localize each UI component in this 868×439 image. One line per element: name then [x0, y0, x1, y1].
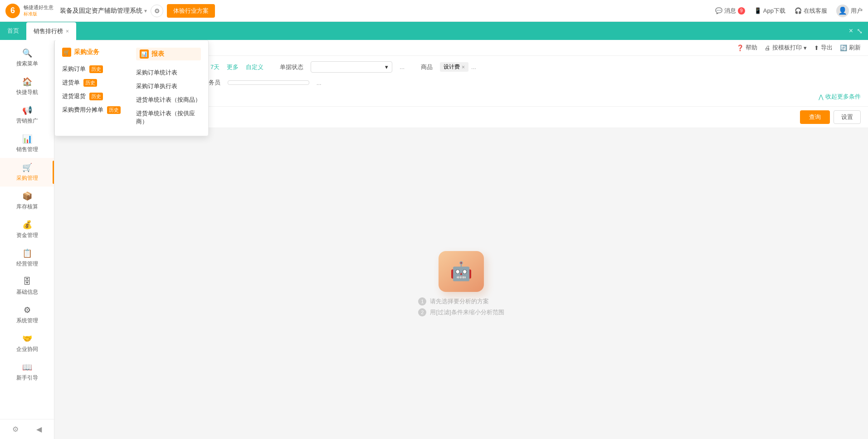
hint-num-2: 2 [418, 308, 426, 316]
query-button[interactable]: 查询 [800, 110, 830, 124]
app-download-label: App下载 [763, 7, 785, 15]
goods-more-dots[interactable]: ... [471, 64, 476, 70]
system-settings-button[interactable]: ⚙ [151, 5, 163, 17]
industry-button[interactable]: 体验行业方案 [167, 4, 215, 18]
history-badge-purchase-expense: 历史 [107, 106, 121, 114]
help-button[interactable]: ❓ 帮助 [736, 44, 757, 52]
goods-tag-text: 设计费 [444, 63, 460, 71]
newbie-icon: 📖 [22, 362, 32, 372]
dropdown-item-goods-return[interactable]: 进货退货 历史 [62, 89, 127, 103]
sidebar-item-purchase-mgmt[interactable]: 🛒 采购管理 [0, 158, 54, 187]
collapse-more-button[interactable]: ⋀ 收起更多条件 [819, 93, 861, 101]
dropdown-sections: 🛒 采购业务 采购订单 历史 进货单 历史 进货退货 历史 [62, 48, 201, 128]
salesperson-more-dots[interactable]: ... [317, 79, 322, 86]
sidebar-item-quick-nav-label: 快捷导航 [16, 89, 38, 96]
search-menu-icon: 🔍 [22, 48, 32, 58]
tab-sales-rank-close[interactable]: × [66, 28, 69, 35]
marketing-icon: 📢 [22, 105, 32, 115]
goods-label: 商品 [421, 63, 433, 71]
sidebar-collapse-button[interactable]: ◀ [36, 425, 42, 434]
export-button[interactable]: ⬆ 导出 [814, 44, 833, 52]
system-title-dropdown[interactable]: 装备及固定资产辅助管理系统 ▾ [60, 7, 147, 15]
sidebar-item-quick-nav[interactable]: 🏠 快捷导航 [0, 72, 54, 101]
status-select[interactable]: ▾ [311, 61, 392, 73]
refresh-button[interactable]: 🔄 刷新 [840, 44, 861, 52]
history-badge-goods-return: 历史 [89, 93, 103, 100]
sidebar-item-finance[interactable]: 💰 资金管理 [0, 215, 54, 244]
status-label: 单据状态 [280, 63, 303, 71]
ops-mgmt-icon: 📋 [22, 248, 32, 258]
sidebar-item-system-mgmt[interactable]: ⚙ 系统管理 [0, 301, 54, 329]
report-section-icon: 📊 [140, 49, 149, 59]
period-custom[interactable]: 自定义 [246, 63, 263, 71]
online-service-button[interactable]: 🎧 在线客服 [795, 7, 827, 15]
sidebar-item-newbie[interactable]: 📖 新手引导 [0, 358, 54, 386]
logo-badge: 标准版 [24, 11, 54, 17]
print-button[interactable]: 🖨 按模板打印 ▾ [765, 44, 807, 52]
sidebar-item-finance-label: 资金管理 [16, 232, 38, 239]
period-more[interactable]: 更多 [227, 63, 239, 71]
user-menu[interactable]: 👤 用户 [836, 5, 863, 17]
message-icon: 💬 [715, 7, 722, 14]
sidebar-item-inventory[interactable]: 📦 库存核算 [0, 187, 54, 215]
app-download-button[interactable]: 📱 App下载 [754, 7, 785, 15]
empty-illustration: 🤖 [439, 251, 484, 292]
export-icon: ⬆ [814, 44, 819, 51]
sidebar-item-enterprise[interactable]: 🤝 企业协同 [0, 329, 54, 358]
dropdown-report-section: 📊 报表 采购订单统计表 采购订单执行表 进货单统计表（按商品） 进货单统计表（… [136, 48, 201, 128]
sidebar-item-sales-mgmt-label: 销售管理 [16, 146, 38, 153]
dropdown-item-purchase-order[interactable]: 采购订单 历史 [62, 62, 127, 76]
sidebar-item-search-menu[interactable]: 🔍 搜索菜单 [0, 44, 54, 72]
salesperson-select[interactable] [228, 80, 309, 85]
dropdown-item-purchase-order-exec[interactable]: 采购订单执行表 [136, 79, 201, 93]
dropdown-item-purchase-expense[interactable]: 采购费用分摊单 历史 [62, 103, 127, 117]
tab-home[interactable]: 首页 [0, 22, 26, 40]
dropdown-item-goods-in-stats-by-goods[interactable]: 进货单统计表（按商品） [136, 93, 201, 107]
purchase-mgmt-icon: 🛒 [22, 163, 32, 173]
dropdown-item-goods-in-stats-by-supplier[interactable]: 进货单统计表（按供应商） [136, 107, 201, 128]
empty-hint-2-text: 用[过滤]条件来缩小分析范围 [430, 308, 504, 316]
messages-label: 消息 [724, 7, 736, 15]
sidebar-item-base-info-label: 基础信息 [16, 288, 38, 296]
dropdown-item-goods-in[interactable]: 进货单 历史 [62, 76, 127, 89]
sidebar-item-ops-mgmt[interactable]: 📋 经营管理 [0, 244, 54, 272]
sidebar-settings-button[interactable]: ⚙ [12, 425, 19, 434]
empty-hint-1-text: 请先选择要分析的方案 [430, 297, 489, 306]
empty-hint-1: 1 请先选择要分析的方案 [418, 297, 504, 306]
sidebar-item-purchase-mgmt-label: 采购管理 [16, 174, 38, 182]
period-7days[interactable]: 7天 [210, 63, 219, 71]
tab-home-label: 首页 [7, 27, 19, 35]
inventory-icon: 📦 [22, 191, 32, 201]
tab-expand-icon[interactable]: ⤡ [857, 27, 863, 35]
sidebar-item-sales-mgmt[interactable]: 📊 销售管理 [0, 129, 54, 158]
tab-close-icon[interactable]: × [849, 27, 853, 35]
messages-button[interactable]: 💬 消息 9 [715, 7, 745, 15]
quick-nav-icon: 🏠 [22, 77, 32, 87]
top-right-area: 💬 消息 9 📱 App下载 🎧 在线客服 👤 用户 [715, 5, 863, 17]
goods-tag-close[interactable]: × [462, 64, 465, 70]
purchase-dropdown-menu: 🛒 采购业务 采购订单 历史 进货单 历史 进货退货 历史 [54, 40, 209, 136]
tab-sales-rank[interactable]: 销售排行榜 × [26, 22, 76, 40]
goods-tag: 设计费 × [440, 62, 468, 72]
system-title-text: 装备及固定资产辅助管理系统 [60, 7, 142, 15]
sidebar-item-inventory-label: 库存核算 [16, 203, 38, 211]
phone-icon: 📱 [754, 7, 761, 14]
dropdown-purchase-title: 🛒 采购业务 [62, 48, 127, 57]
empty-hints: 1 请先选择要分析的方案 2 用[过滤]条件来缩小分析范围 [418, 297, 504, 316]
sidebar-item-enterprise-label: 企业协同 [16, 345, 38, 353]
settings-button[interactable]: 设置 [834, 110, 861, 124]
empty-state: 🤖 1 请先选择要分析的方案 2 用[过滤]条件来缩小分析范围 [54, 128, 868, 439]
sidebar-item-marketing[interactable]: 📢 营销推广 [0, 101, 54, 129]
sidebar-item-base-info[interactable]: 🗄 基础信息 [0, 272, 54, 301]
status-more-dots[interactable]: ... [400, 64, 405, 70]
help-icon: ❓ [736, 44, 744, 51]
status-select-chevron: ▾ [385, 64, 388, 70]
sidebar-item-system-mgmt-label: 系统管理 [16, 317, 38, 325]
empty-hint-2: 2 用[过滤]条件来缩小分析范围 [418, 308, 504, 316]
collapse-icon: ⋀ [819, 94, 824, 100]
chevron-down-icon: ▾ [144, 8, 147, 14]
dropdown-item-purchase-order-stats[interactable]: 采购订单统计表 [136, 66, 201, 79]
tab-bar: 首页 销售排行榜 × × ⤡ [0, 22, 868, 40]
headset-icon: 🎧 [795, 7, 802, 14]
top-bar: 6 畅捷通好生意 标准版 装备及固定资产辅助管理系统 ▾ ⚙ 体验行业方案 💬 … [0, 0, 868, 22]
